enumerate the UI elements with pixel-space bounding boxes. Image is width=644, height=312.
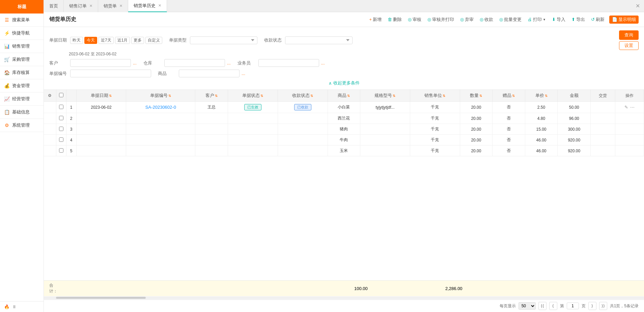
abandon-button[interactable]: ◎ 弃审	[459, 16, 475, 23]
print-button[interactable]: 🖨 打印 ▼	[526, 16, 547, 23]
row-check[interactable]	[56, 135, 66, 146]
show-detail-button[interactable]: 📄 显示明细	[609, 16, 639, 24]
more-icon[interactable]: ⋯	[630, 105, 635, 110]
col-gear[interactable]: ⚙	[44, 90, 56, 102]
collect-icon: ◎	[480, 17, 483, 22]
payment-status-select[interactable]	[285, 36, 353, 44]
sidebar-item-sales-mgmt[interactable]: 📊 销售管理	[0, 40, 44, 53]
sidebar-item-operations[interactable]: 📈 经营管理	[0, 93, 44, 106]
row-checkbox-3[interactable]	[59, 137, 63, 142]
col-goods[interactable]: 商品⇅	[328, 90, 360, 102]
row-doc-no[interactable]	[126, 135, 195, 146]
goods-input[interactable]	[179, 70, 240, 77]
salesperson-ellipsis[interactable]: ...	[321, 60, 325, 66]
doc-type-select[interactable]	[190, 36, 257, 44]
row-action[interactable]	[615, 135, 644, 146]
batch-change-button[interactable]: ◎ 批量变更	[498, 16, 523, 23]
col-customer[interactable]: 客户⇅	[195, 90, 228, 102]
row-checkbox-2[interactable]	[59, 127, 63, 131]
window-close-btn[interactable]: ✕	[632, 3, 644, 9]
row-action[interactable]	[615, 124, 644, 135]
new-button[interactable]: + 新增	[368, 16, 383, 23]
row-doc-no[interactable]	[126, 124, 195, 135]
row-action[interactable]: ✎⋯	[615, 102, 644, 113]
tab-home[interactable]: 首页	[44, 0, 64, 12]
page-input[interactable]	[567, 303, 579, 309]
tab-close-sales-history[interactable]: ✕	[158, 3, 161, 8]
row-check[interactable]	[56, 124, 66, 135]
row-checkbox-0[interactable]	[59, 105, 63, 109]
import-button[interactable]: ⬇ 导入	[551, 16, 567, 23]
col-spec[interactable]: 规格型号⇅	[360, 90, 410, 102]
row-doc-no[interactable]	[126, 113, 195, 124]
collect-button[interactable]: ◎ 收款	[478, 16, 495, 23]
sidebar-item-system[interactable]: ⚙ 系统管理	[0, 119, 44, 132]
customer-ellipsis[interactable]: ...	[133, 60, 137, 66]
tab-close-sales-order[interactable]: ✕	[89, 4, 92, 8]
sidebar-item-purchase-mgmt[interactable]: 🛒 采购管理	[0, 53, 44, 66]
row-doc-no[interactable]	[126, 146, 195, 156]
warehouse-ellipsis[interactable]: ...	[227, 60, 231, 66]
delete-button[interactable]: 🗑 删除	[386, 16, 403, 23]
refresh-button[interactable]: ↺ 刷新	[590, 16, 606, 23]
last-page-btn[interactable]: ⟩⟩	[599, 302, 607, 310]
salesperson-input[interactable]	[258, 59, 319, 67]
row-action[interactable]	[615, 146, 644, 156]
row-action[interactable]	[615, 113, 644, 124]
collapse-btn[interactable]: ∧ 收起更多条件	[49, 80, 639, 86]
sidebar-item-search-menu[interactable]: ☰ 搜索菜单	[0, 14, 44, 27]
prev-page-btn[interactable]: ⟨	[549, 302, 557, 310]
row-check[interactable]	[56, 146, 66, 156]
per-page-select[interactable]: 50 100	[519, 302, 536, 310]
edit-icon[interactable]: ✎	[624, 105, 628, 110]
date-btn-custom[interactable]: 自定义	[145, 37, 162, 44]
col-qty[interactable]: 数量⇅	[460, 90, 493, 102]
col-payment-status[interactable]: 收款状态⇅	[278, 90, 328, 102]
row-checkbox-1[interactable]	[59, 116, 63, 120]
col-doc-date[interactable]: 单据日期⇅	[76, 90, 126, 102]
export-button[interactable]: ⬆ 导出	[570, 16, 586, 23]
row-unit-price: 2.50	[525, 102, 558, 113]
tab-sales-history[interactable]: 销货单历史 ✕	[128, 0, 167, 12]
tab-close-sales-goods[interactable]: ✕	[119, 4, 122, 8]
tab-sales-order[interactable]: 销售订单 ✕	[64, 0, 98, 12]
doc-no-link[interactable]: SA-20230602-0	[145, 105, 176, 110]
row-doc-no[interactable]: SA-20230602-0	[126, 102, 195, 113]
next-page-btn[interactable]: ⟩	[588, 302, 596, 310]
col-doc-status[interactable]: 单据状态⇅	[228, 90, 278, 102]
customer-input[interactable]	[70, 59, 131, 67]
first-page-btn[interactable]: ⟨⟨	[538, 302, 547, 310]
audit-print-button[interactable]: ◎ 审核并打印	[426, 16, 455, 23]
fire-icon[interactable]: 🔥	[4, 304, 9, 309]
doc-no-input[interactable]	[70, 70, 151, 77]
date-btn-1month[interactable]: 近1月	[115, 37, 130, 44]
date-btn-yesterday[interactable]: 昨天	[70, 37, 83, 44]
audit-button[interactable]: ◎ 审核	[407, 16, 423, 23]
sidebar-item-inventory[interactable]: 🏠 库存核算	[0, 66, 44, 79]
tab-sales-goods[interactable]: 销货单 ✕	[98, 0, 128, 12]
row-checkbox-4[interactable]	[59, 148, 63, 153]
sidebar-item-finance[interactable]: 💰 资金管理	[0, 79, 44, 93]
warehouse-input[interactable]	[164, 59, 225, 67]
date-btn-7days[interactable]: 近7天	[99, 37, 114, 44]
col-doc-no[interactable]: 单据编号⇅	[126, 90, 195, 102]
date-btn-more[interactable]: 更多	[131, 37, 144, 44]
col-gift[interactable]: 赠品⇅	[493, 90, 525, 102]
date-btn-today[interactable]: 今天	[84, 37, 97, 44]
query-button[interactable]: 查询	[619, 30, 639, 40]
select-all-checkbox[interactable]	[59, 93, 63, 97]
setup-button[interactable]: 设置	[619, 41, 639, 50]
row-check[interactable]	[56, 113, 66, 124]
horizontal-scrollbar[interactable]	[44, 297, 644, 299]
row-check[interactable]	[56, 102, 66, 113]
sidebar-item-quick-nav[interactable]: ⚡ 快捷导航	[0, 27, 44, 40]
col-check[interactable]	[56, 90, 66, 102]
goods-ellipsis[interactable]: ...	[242, 71, 245, 76]
col-unit-price[interactable]: 单价⇅	[525, 90, 558, 102]
col-amount[interactable]: 金额	[558, 90, 591, 102]
pause-icon[interactable]: ⏸	[12, 304, 17, 309]
scrollbar-thumb[interactable]	[56, 297, 146, 299]
col-unit[interactable]: 销售单位⇅	[410, 90, 460, 102]
row-spec	[360, 135, 410, 146]
sidebar-item-basic-info[interactable]: 📋 基础信息	[0, 106, 44, 119]
